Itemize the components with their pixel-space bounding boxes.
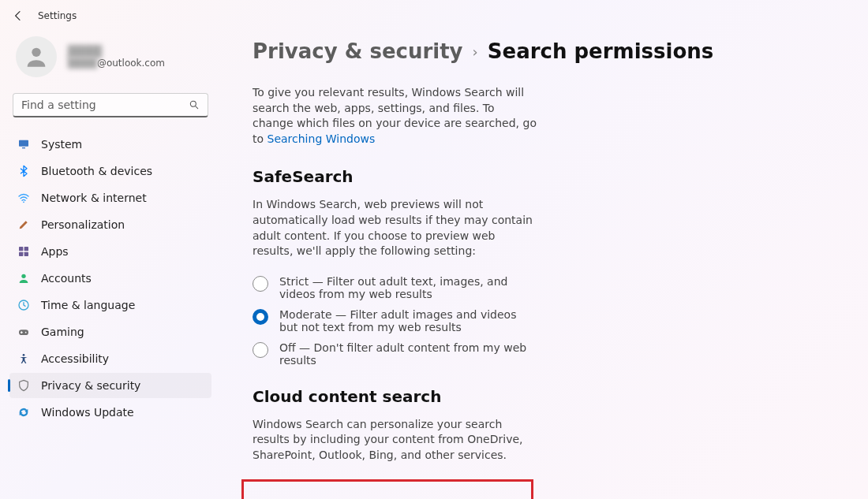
radio-icon (253, 309, 268, 325)
cloud-heading: Cloud content search (253, 387, 836, 406)
svg-point-0 (32, 48, 40, 57)
monitor-icon (17, 138, 30, 151)
radio-icon (253, 342, 268, 358)
svg-rect-4 (22, 147, 25, 148)
sidebar-item-privacy-security[interactable]: Privacy & security (9, 373, 211, 398)
safesearch-option-moderate[interactable]: Moderate — Filter adult images and video… (253, 308, 537, 333)
apps-icon (17, 245, 30, 258)
avatar (16, 36, 57, 77)
sidebar-item-personalization[interactable]: Personalization (9, 212, 211, 237)
sidebar-item-network[interactable]: Network & internet (9, 185, 211, 210)
svg-line-2 (196, 106, 198, 109)
sidebar-item-label: Accounts (41, 272, 92, 285)
wifi-icon (17, 192, 30, 204)
svg-rect-15 (21, 331, 22, 333)
shield-icon (17, 379, 30, 392)
radio-label: Moderate — Filter adult images and video… (279, 308, 537, 333)
radio-label: Strict — Filter out adult text, images, … (279, 275, 537, 300)
svg-rect-7 (24, 247, 28, 251)
sidebar-item-apps[interactable]: Apps (9, 239, 211, 264)
sidebar-item-label: System (41, 138, 82, 151)
back-button[interactable] (11, 9, 25, 23)
radio-label: Off — Don't filter adult content from my… (279, 341, 537, 367)
paintbrush-icon (17, 218, 30, 231)
sidebar-item-label: Personalization (41, 218, 125, 231)
user-email: ████@outlook.com (68, 58, 165, 69)
sidebar-item-gaming[interactable]: Gaming (9, 319, 211, 344)
window-title: Settings (38, 10, 77, 21)
searching-windows-link[interactable]: Searching Windows (268, 132, 376, 145)
sidebar-item-label: Network & internet (41, 192, 147, 204)
user-text: ████ ████@outlook.com (68, 45, 165, 69)
safesearch-option-off[interactable]: Off — Don't filter adult content from my… (253, 341, 537, 367)
radio-icon (253, 276, 268, 292)
page-title: Search permissions (488, 39, 713, 63)
svg-rect-9 (24, 252, 28, 256)
safesearch-option-strict[interactable]: Strict — Filter out adult text, images, … (253, 275, 537, 300)
cloud-desc: Windows Search can personalize your sear… (253, 417, 537, 464)
svg-point-5 (23, 201, 24, 203)
svg-point-16 (23, 354, 25, 356)
safesearch-heading: SafeSearch (253, 167, 836, 186)
svg-rect-3 (19, 140, 28, 147)
sidebar-item-label: Accessibility (41, 352, 109, 365)
svg-point-10 (21, 274, 25, 278)
search-input[interactable]: Find a setting (13, 93, 208, 117)
safesearch-radio-group: Strict — Filter out adult text, images, … (253, 275, 836, 367)
sidebar-item-label: Bluetooth & devices (41, 165, 152, 177)
sidebar-item-accessibility[interactable]: Accessibility (9, 346, 211, 371)
svg-point-1 (190, 101, 196, 106)
sidebar: ████ ████@outlook.com Find a setting Sys… (0, 32, 221, 499)
chevron-right-icon: › (473, 43, 478, 60)
main-content: Privacy & security › Search permissions … (221, 32, 868, 499)
sidebar-item-bluetooth[interactable]: Bluetooth & devices (9, 158, 211, 184)
svg-point-13 (25, 332, 27, 333)
sidebar-item-label: Windows Update (41, 406, 134, 419)
clock-globe-icon (17, 299, 30, 311)
user-name: ████ (68, 45, 165, 58)
update-icon (17, 406, 30, 419)
sidebar-item-label: Time & language (41, 299, 135, 311)
sidebar-item-system[interactable]: System (9, 132, 211, 157)
search-icon (189, 99, 200, 110)
svg-rect-8 (19, 252, 23, 256)
user-account-row[interactable]: ████ ████@outlook.com (9, 32, 211, 90)
titlebar: Settings (0, 0, 868, 32)
highlight-box: Microsoft account Allow Windows Search t… (241, 479, 533, 499)
svg-rect-12 (19, 330, 28, 335)
safesearch-desc: In Windows Search, web previews will not… (253, 197, 537, 259)
sidebar-item-label: Gaming (41, 326, 84, 338)
sidebar-item-windows-update[interactable]: Windows Update (9, 400, 211, 425)
gamepad-icon (17, 326, 30, 338)
sidebar-item-time-language[interactable]: Time & language (9, 292, 211, 318)
intro-text: To give you relevant results, Windows Se… (253, 85, 537, 147)
accessibility-icon (17, 352, 30, 365)
breadcrumb: Privacy & security › Search permissions (253, 39, 836, 63)
svg-rect-6 (19, 247, 23, 251)
sidebar-item-accounts[interactable]: Accounts (9, 266, 211, 291)
nav-list: System Bluetooth & devices Network & int… (9, 132, 211, 425)
bluetooth-icon (17, 165, 30, 177)
person-icon (17, 272, 30, 285)
breadcrumb-parent[interactable]: Privacy & security (253, 39, 463, 63)
search-placeholder: Find a setting (21, 99, 189, 111)
sidebar-item-label: Privacy & security (41, 379, 140, 392)
cloud-item-microsoft-account: Microsoft account Allow Windows Search t… (252, 490, 523, 499)
sidebar-item-label: Apps (41, 245, 69, 258)
